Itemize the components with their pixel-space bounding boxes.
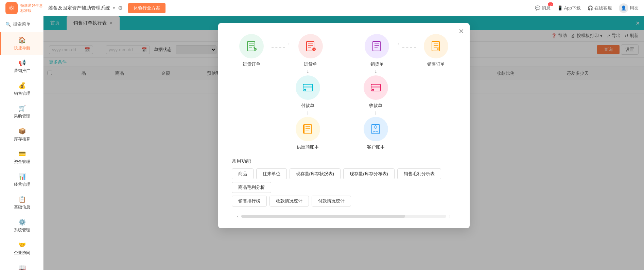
scroll-thumb	[241, 215, 405, 218]
scroll-right-icon[interactable]: ›	[449, 214, 450, 219]
system-title: 装备及固定资产辅助管理系统	[48, 5, 110, 11]
sidebar-item-inventory[interactable]: 📦 库存核算	[0, 123, 43, 146]
customer-ledger-circle	[364, 117, 388, 141]
customer-ledger-label: 客户账本	[367, 144, 385, 150]
sidebar-item-finance[interactable]: 💳 资金管理	[0, 146, 43, 169]
sidebar-item-guide[interactable]: 📖 新手引导	[0, 260, 43, 270]
scroll-left-icon[interactable]: ‹	[237, 214, 239, 219]
sidebar-item-label: 库存核算	[14, 136, 30, 142]
sales-icon: 💰	[18, 82, 26, 89]
logo-icon: ⑥	[5, 2, 18, 14]
common-btn-stock-dist[interactable]: 现存量(库存分布表)	[343, 168, 395, 179]
inventory-icon: 📦	[18, 127, 26, 135]
user-menu[interactable]: 👤 用友	[619, 3, 639, 13]
purchase-bill-label: 进货单	[304, 61, 317, 67]
scroll-track[interactable]	[241, 215, 446, 218]
settings-icon[interactable]: ⚙	[118, 5, 123, 11]
common-btn-party[interactable]: 往来单位	[256, 168, 287, 179]
common-btn-product-margin[interactable]: 商品毛利分析	[232, 182, 271, 193]
modal-overlay: ✕ + 进货订单	[43, 16, 644, 270]
svg-rect-29	[304, 124, 311, 134]
sidebar-item-marketing[interactable]: 📢 营销推广	[0, 55, 43, 78]
logo-line2: 标准版	[20, 8, 43, 13]
basic-info-icon: 📋	[18, 196, 26, 203]
flow-supplier-ledger[interactable]: 供应商账本	[288, 117, 328, 150]
logo-line1: 畅康通好生意	[20, 3, 43, 8]
finance-icon: 💳	[18, 150, 26, 158]
receipt-bill-label: 收款单	[369, 103, 382, 109]
purchase-order-circle: +	[239, 34, 264, 58]
sidebar-item-label: 基础信息	[14, 204, 30, 210]
flow-purchase-bill[interactable]: ✓ 进货单	[291, 34, 330, 67]
sidebar-item-enterprise[interactable]: 🤝 企业协同	[0, 237, 43, 260]
flow-purchase-order[interactable]: + 进货订单	[232, 34, 272, 67]
sidebar-item-quick-nav[interactable]: 🏠 快捷导航	[0, 32, 43, 55]
app-download-label: App下载	[564, 5, 581, 11]
sidebar-item-label: 系统管理	[14, 227, 30, 233]
svg-rect-23	[303, 86, 313, 88]
system-icon: ⚙️	[18, 218, 26, 226]
common-btn-sales-margin[interactable]: 销售毛利分析表	[397, 168, 441, 179]
logo-text: 畅康通好生意 标准版	[20, 3, 43, 13]
message-button[interactable]: 💬 消息 5	[535, 5, 551, 11]
svg-text:$: $	[437, 48, 439, 51]
common-btn-stock-status[interactable]: 现存量(库存状况表)	[290, 168, 341, 179]
flow-diagram: + 进货订单 →	[232, 34, 456, 150]
common-buttons-container: 商品 往来单位 现存量(库存状况表) 现存量(库存分布表) 销售毛利分析表 商品…	[232, 168, 456, 193]
supplier-ledger-label: 供应商账本	[297, 144, 319, 150]
svg-point-35	[374, 126, 377, 128]
top-bar: ⑥ 畅康通好生意 标准版 装备及固定资产辅助管理系统 ▾ ⚙ 体验行业方案 💬 …	[0, 0, 644, 16]
arrow-2: ←	[397, 41, 416, 60]
flow-sales-order[interactable]: $ 销售订单	[416, 34, 456, 67]
receipt-bill-circle: ¥	[364, 75, 388, 100]
online-service-button[interactable]: 🎧 在线客服	[588, 5, 612, 11]
online-service-label: 在线客服	[594, 5, 612, 11]
sidebar-item-operation[interactable]: 📊 经营管理	[0, 169, 43, 192]
trial-button[interactable]: 体验行业方案	[128, 3, 166, 13]
sidebar-item-label: 采购管理	[14, 113, 30, 119]
user-label: 用友	[630, 5, 639, 11]
payment-bill-circle	[296, 75, 320, 100]
sidebar-item-label: 营销推广	[14, 68, 30, 74]
content-area: 首页 销售订单执行表 ✕ ✕ ❓ 帮助 🖨 按模板打印	[43, 16, 644, 270]
common-btn-payment-stats[interactable]: 付款情况统计	[312, 196, 351, 206]
svg-point-24	[304, 89, 306, 91]
title-dropdown-icon[interactable]: ▾	[113, 5, 115, 11]
payment-bill-label: 付款单	[301, 103, 314, 109]
search-menu-button[interactable]: 🔍 搜索菜单	[3, 20, 40, 29]
sidebar-item-sales[interactable]: 💰 销售管理	[0, 78, 43, 101]
sidebar-item-purchase[interactable]: 🛒 采购管理	[0, 101, 43, 123]
message-icon: 💬	[535, 5, 540, 11]
service-icon: 🎧	[588, 5, 593, 11]
quick-nav-icon: 🏠	[18, 36, 26, 44]
common-btn-sales-rank[interactable]: 销售排行榜	[232, 196, 267, 206]
common-buttons-container-2: 销售排行榜 收款情况统计 付款情况统计	[232, 196, 456, 206]
flow-receipt-bill[interactable]: ¥ 收款单	[355, 75, 396, 109]
sidebar-item-label: 企业协同	[14, 250, 30, 256]
svg-rect-0	[247, 41, 255, 51]
sidebar-item-system[interactable]: ⚙️ 系统管理	[0, 214, 43, 237]
common-btn-receipt-stats[interactable]: 收款情况统计	[269, 196, 309, 206]
avatar: 👤	[619, 3, 628, 13]
modal-close-button[interactable]: ✕	[458, 27, 464, 35]
common-btn-product[interactable]: 商品	[232, 168, 254, 179]
sidebar: 🔍 搜索菜单 🏠 快捷导航 📢 营销推广 💰 销售管理 🛒 采购管理	[0, 16, 43, 270]
svg-rect-26	[371, 86, 381, 88]
flow-sales-bill[interactable]: 销货单	[357, 34, 397, 67]
common-functions-section: 常用功能 商品 往来单位 现存量(库存状况表) 现存量(库存分布表) 销售毛利分…	[232, 158, 456, 206]
svg-rect-12	[373, 41, 380, 51]
sidebar-item-label: 经营管理	[14, 182, 30, 187]
flow-customer-ledger[interactable]: 客户账本	[355, 117, 396, 150]
operation-icon: 📊	[18, 173, 26, 180]
flow-payment-bill[interactable]: 付款单	[288, 75, 328, 109]
sidebar-item-basic-info[interactable]: 📋 基础信息	[0, 192, 43, 214]
sales-order-circle: $	[424, 34, 448, 58]
logo: ⑥ 畅康通好生意 标准版	[5, 2, 43, 14]
sidebar-item-label: 快捷导航	[14, 45, 30, 51]
top-bar-right: 💬 消息 5 📱 App下载 🎧 在线客服 👤 用友	[535, 3, 639, 13]
purchase-bill-circle: ✓	[298, 34, 323, 58]
supplier-ledger-circle	[296, 117, 320, 141]
app-download-button[interactable]: 📱 App下载	[557, 5, 581, 11]
sales-bill-label: 销货单	[370, 61, 384, 67]
svg-text:✓: ✓	[313, 48, 316, 51]
